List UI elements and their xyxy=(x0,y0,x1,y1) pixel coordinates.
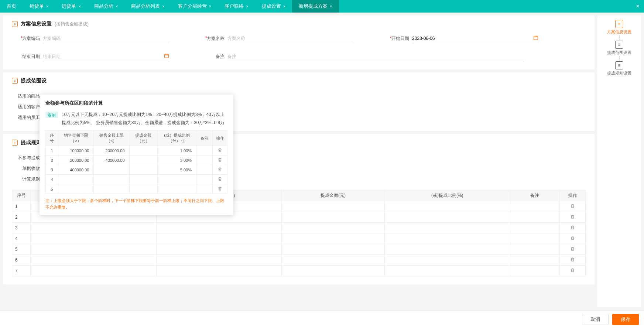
tab-商品分析列表[interactable]: 商品分析列表× xyxy=(124,0,171,13)
label-staff: 适用的员工 xyxy=(14,115,43,121)
delete-icon[interactable] xyxy=(217,149,222,153)
svg-rect-1 xyxy=(165,54,169,58)
table-row: 3400000.005.00% xyxy=(46,165,227,175)
tab-客户分层经营[interactable]: 客户分层经营× xyxy=(171,0,218,13)
label-code: 方案编码 xyxy=(14,35,43,42)
delete-icon[interactable] xyxy=(570,247,575,252)
calendar-icon[interactable] xyxy=(164,53,169,58)
input-end-date[interactable] xyxy=(43,52,169,61)
tab-进货单[interactable]: 进货单× xyxy=(55,0,87,13)
tab-close-icon[interactable]: × xyxy=(78,4,80,8)
input-plan-name[interactable] xyxy=(227,34,354,43)
input-plan-code[interactable] xyxy=(43,34,169,43)
tooltip-table: 序号 销售金额下限（>） 销售金额上限（≤） 提成金额（元） (或）提成比例（%… xyxy=(45,130,227,194)
tooltip-title: 全额参与所在区间段的计算 xyxy=(45,100,227,106)
input-remark[interactable] xyxy=(227,52,524,61)
tab-商品分析[interactable]: 商品分析× xyxy=(88,0,124,13)
delete-icon[interactable] xyxy=(570,226,575,231)
tab-提成设置[interactable]: 提成设置× xyxy=(255,0,292,13)
label-goods: 适用的商品 xyxy=(14,93,43,99)
delete-icon[interactable] xyxy=(217,178,222,182)
anchor-nav: ≡方案信息设置≡提成范围设置≡提成规则设置 xyxy=(597,16,641,307)
anchor-提成范围设置[interactable]: ≡提成范围设置 xyxy=(607,41,631,55)
label-receipt: 单据收款 xyxy=(14,165,43,172)
delete-icon[interactable] xyxy=(570,258,575,263)
input-start-date[interactable] xyxy=(412,34,538,43)
tab-close-icon[interactable]: × xyxy=(116,4,118,8)
section-title: 提成范围设 xyxy=(21,78,47,84)
section-icon: ≡ xyxy=(12,21,18,27)
table-row: 5 xyxy=(46,184,227,194)
table-row: 7 xyxy=(12,266,586,276)
label-exclude: 不参与提成 xyxy=(14,155,43,161)
label-customer: 适用的客户 xyxy=(14,104,43,110)
label-end-date: 结束日期 xyxy=(14,54,43,60)
section-icon: ≡ xyxy=(12,140,18,146)
delete-icon[interactable] xyxy=(570,204,575,209)
delete-icon[interactable] xyxy=(570,215,575,220)
section-icon: ≡ xyxy=(12,78,18,84)
delete-icon[interactable] xyxy=(570,269,575,274)
section-title: 方案信息设置 xyxy=(21,21,52,27)
tab-close-icon[interactable]: × xyxy=(283,4,285,8)
table-row: 2200000.00400000.003.00% xyxy=(46,156,227,165)
svg-rect-0 xyxy=(534,36,538,40)
label-start-date: 开始日期 xyxy=(383,35,412,42)
label-remark: 备注 xyxy=(199,54,227,60)
tooltip-popup: 全额参与所在区间段的计算 案例 10万元以下无提成；10~20万元提成比例为1%… xyxy=(40,95,233,215)
delete-icon[interactable] xyxy=(217,187,222,192)
anchor-icon: ≡ xyxy=(615,61,623,69)
delete-icon[interactable] xyxy=(217,158,222,163)
tab-close-icon[interactable]: × xyxy=(209,4,211,8)
table-row: 1100000.00200000.001.00% xyxy=(46,146,227,156)
anchor-icon: ≡ xyxy=(615,20,623,28)
anchor-icon: ≡ xyxy=(615,41,623,49)
calendar-icon[interactable] xyxy=(533,35,538,40)
tooltip-note: 注：上限必须大于下限；多个阶梯时，下一个阶梯下限要等于前一阶梯上限；不同行之间下… xyxy=(45,198,227,211)
section-subtitle: (按销售金额提成) xyxy=(55,21,89,27)
delete-icon[interactable] xyxy=(570,236,575,242)
tab-close-icon[interactable]: × xyxy=(162,4,164,8)
anchor-方案信息设置[interactable]: ≡方案信息设置 xyxy=(607,20,631,35)
tooltip-desc: 10万元以下无提成；10~20万元提成比例为1%；20~40万提成比例为3%；4… xyxy=(62,111,227,127)
label-calc-rule: 计算规则 xyxy=(14,176,43,182)
tab-首页[interactable]: 首页 xyxy=(0,0,23,13)
table-row: 4 xyxy=(12,233,586,244)
tab-客户联络[interactable]: 客户联络× xyxy=(218,0,255,13)
tabs-bar: 首页销货单×进货单×商品分析×商品分析列表×客户分层经营×客户联络×提成设置×新… xyxy=(0,0,644,13)
label-name: 方案名称 xyxy=(199,35,227,42)
table-row: 6 xyxy=(12,255,586,266)
table-row: 3 xyxy=(12,223,586,233)
anchor-提成规则设置[interactable]: ≡提成规则设置 xyxy=(607,61,631,76)
delete-icon[interactable] xyxy=(217,168,222,172)
tab-close-icon[interactable]: × xyxy=(246,4,248,8)
tab-销货单[interactable]: 销货单× xyxy=(23,0,55,13)
tooltip-badge: 案例 xyxy=(45,112,58,118)
section-plan-info: ≡ 方案信息设置 (按销售金额提成) 方案编码 方案名称 开始日期 xyxy=(3,16,595,69)
tab-close-icon[interactable]: × xyxy=(46,4,48,8)
table-row: 4 xyxy=(46,175,227,184)
close-all-tabs-button[interactable]: × xyxy=(631,0,644,13)
table-row: 5 xyxy=(12,244,586,255)
tab-新增提成方案[interactable]: 新增提成方案× xyxy=(292,0,339,13)
tab-close-icon[interactable]: × xyxy=(330,4,332,8)
